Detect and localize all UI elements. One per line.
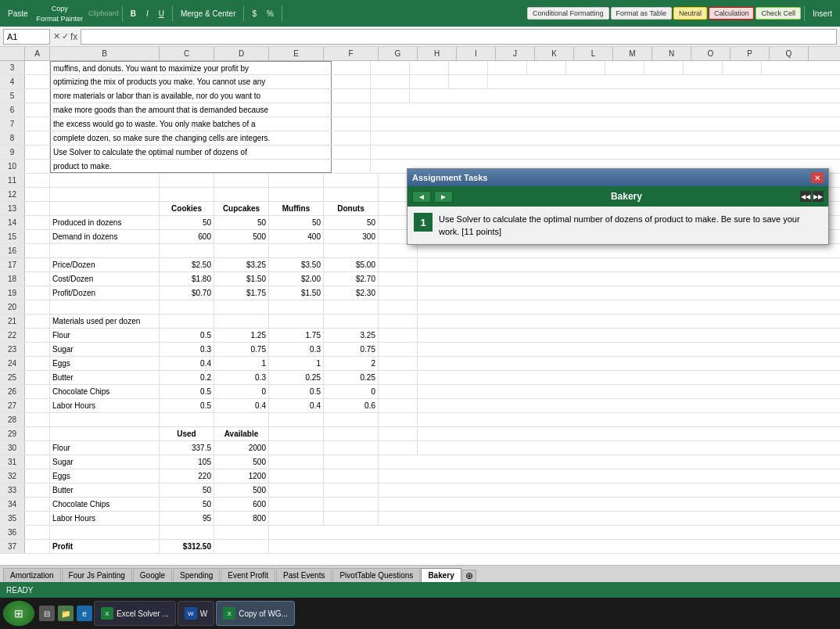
table-row: 18 Cost/Dozen $1.80 $1.50 $2.00 $2.70 bbox=[0, 272, 840, 286]
table-row: 33 Butter 50 500 bbox=[0, 483, 840, 498]
taskbar-word-button[interactable]: W W bbox=[178, 601, 214, 626]
check-cell-style-button[interactable]: Check Cell bbox=[756, 7, 801, 20]
format-painter-button[interactable]: Format Painter bbox=[34, 14, 87, 23]
underline-button[interactable]: U bbox=[154, 8, 169, 20]
col-header-A[interactable]: A bbox=[25, 47, 50, 60]
percent-button[interactable]: % bbox=[262, 8, 278, 20]
table-row: 6 make more goods than the amount that i… bbox=[0, 103, 840, 117]
col-header-B[interactable]: B bbox=[50, 47, 160, 60]
col-header-I[interactable]: I bbox=[457, 47, 496, 60]
dialog-next-button[interactable]: ► bbox=[434, 191, 453, 203]
col-header-F[interactable]: F bbox=[324, 47, 379, 60]
col-header-E[interactable]: E bbox=[269, 47, 324, 60]
table-row: 26 Chocolate Chips 0.5 0 0.5 0 bbox=[0, 385, 840, 399]
table-row: 32 Eggs 220 1200 bbox=[0, 469, 840, 483]
taskbar-copy-wg-label: Copy of WG... bbox=[239, 609, 288, 618]
row-num-header bbox=[0, 47, 25, 60]
taskbar-word-label: W bbox=[200, 609, 207, 618]
sheet-tab-amortization[interactable]: Amortization bbox=[3, 568, 61, 582]
cancel-formula-icon[interactable]: ✕ bbox=[53, 31, 60, 41]
table-row: 27 Labor Hours 0.5 0.4 0.4 0.6 bbox=[0, 399, 840, 413]
col-header-D[interactable]: D bbox=[214, 47, 269, 60]
sheet-tab-google[interactable]: Google bbox=[133, 568, 172, 582]
col-header-J[interactable]: J bbox=[496, 47, 535, 60]
table-row: 17 Price/Dozen $2.50 $3.25 $3.50 $5.00 bbox=[0, 258, 840, 272]
insert-function-icon[interactable]: fx bbox=[70, 31, 77, 42]
ribbon-sep-4 bbox=[282, 5, 282, 21]
sheet-tab-four-js-painting[interactable]: Four Js Painting bbox=[62, 568, 132, 582]
copy-button[interactable]: Copy bbox=[34, 4, 87, 13]
col-header-N[interactable]: N bbox=[652, 47, 691, 60]
excel-app: Paste Copy Format Painter Clipboard B I … bbox=[0, 0, 840, 629]
taskbar-excel-solver-button[interactable]: X Excel Solver ... bbox=[94, 601, 176, 626]
sheet-tabs: Amortization Four Js Painting Google Spe… bbox=[0, 565, 840, 582]
font-group: B I U bbox=[126, 8, 169, 20]
spreadsheet: A B C D E F G H I J K L M N O P Q 3 muff… bbox=[0, 47, 840, 565]
paste-button[interactable]: Paste bbox=[3, 8, 33, 20]
table-row: 34 Chocolate Chips 50 600 bbox=[0, 498, 840, 512]
dialog-close-button[interactable]: ✕ bbox=[811, 172, 824, 183]
dialog-nav-bar: ◄ ► Bakery ◀◀ ▶▶ bbox=[407, 186, 828, 207]
clipboard-label: Clipboard bbox=[88, 9, 119, 17]
table-row: 24 Eggs 0.4 1 1 2 bbox=[0, 357, 840, 371]
table-row: 37 Profit $312.50 bbox=[0, 540, 840, 554]
table-row: 3 muffins, and donuts. You want to maxim… bbox=[0, 61, 840, 75]
formula-input[interactable] bbox=[81, 29, 837, 45]
taskbar-explorer-icon[interactable]: 📁 bbox=[58, 606, 74, 621]
sheet-tab-spending[interactable]: Spending bbox=[173, 568, 220, 582]
format-as-table-button[interactable]: Format as Table bbox=[611, 7, 672, 20]
bold-button[interactable]: B bbox=[126, 8, 141, 20]
sheet-tab-bakery[interactable]: Bakery bbox=[421, 568, 461, 582]
table-row: 22 Flour 0.5 1.25 1.75 3.25 bbox=[0, 329, 840, 343]
col-header-C[interactable]: C bbox=[160, 47, 214, 60]
clipboard-group: Paste Copy Format Painter Clipboard bbox=[3, 4, 119, 23]
ribbon-sep-1 bbox=[122, 5, 123, 21]
col-header-Q[interactable]: Q bbox=[770, 47, 809, 60]
col-header-K[interactable]: K bbox=[535, 47, 574, 60]
italic-button[interactable]: I bbox=[142, 8, 153, 20]
table-row: 29 Used Available bbox=[0, 427, 840, 441]
add-sheet-button[interactable]: ⊕ bbox=[462, 570, 476, 582]
taskbar-copy-wg-icon: X bbox=[223, 607, 235, 620]
sheet-tab-event-profit[interactable]: Event Profit bbox=[221, 568, 275, 582]
dialog-nav-first-button[interactable]: ◀◀ bbox=[800, 191, 811, 202]
conditional-formatting-button[interactable]: Conditional Formatting bbox=[527, 7, 609, 20]
cell-reference-box[interactable]: A1 bbox=[3, 29, 50, 45]
col-header-L[interactable]: L bbox=[574, 47, 613, 60]
calculation-style-button[interactable]: Calculation bbox=[709, 7, 755, 20]
dialog-prev-button[interactable]: ◄ bbox=[412, 191, 431, 203]
merge-center-button[interactable]: Merge & Center bbox=[176, 8, 241, 20]
table-row: 20 bbox=[0, 300, 840, 314]
dialog-nav-last-button[interactable]: ▶▶ bbox=[813, 191, 824, 202]
table-row: 16 bbox=[0, 244, 840, 258]
table-row: 7 the excess would go to waste. You only… bbox=[0, 117, 840, 131]
ribbon-sep-2 bbox=[172, 5, 173, 21]
insert-button[interactable]: Insert bbox=[808, 8, 837, 20]
col-header-G[interactable]: G bbox=[379, 47, 418, 60]
ribbon-sep-5 bbox=[804, 5, 805, 21]
dollar-button[interactable]: $ bbox=[247, 8, 261, 20]
col-header-H[interactable]: H bbox=[418, 47, 457, 60]
rows-area: 3 muffins, and donuts. You want to maxim… bbox=[0, 61, 840, 565]
number-group: $ % bbox=[247, 8, 278, 20]
taskbar: ⊞ ⊟ 📁 e X Excel Solver ... W W X Copy of… bbox=[0, 598, 840, 629]
sheet-tab-past-events[interactable]: Past Events bbox=[276, 568, 332, 582]
col-header-M[interactable]: M bbox=[613, 47, 652, 60]
ribbon-sep-3 bbox=[243, 5, 244, 21]
taskbar-word-icon: W bbox=[185, 607, 197, 620]
neutral-style-button[interactable]: Neutral bbox=[673, 7, 707, 20]
ready-status: READY bbox=[6, 586, 33, 595]
start-button[interactable]: ⊞ bbox=[3, 601, 34, 626]
confirm-formula-icon[interactable]: ✓ bbox=[62, 31, 69, 41]
sheet-tab-pivottable-questions[interactable]: PivotTable Questions bbox=[332, 568, 420, 582]
taskbar-ie-icon[interactable]: e bbox=[77, 606, 92, 621]
taskbar-show-desktop-icon[interactable]: ⊟ bbox=[39, 606, 55, 621]
table-row: 35 Labor Hours 95 800 bbox=[0, 512, 840, 526]
col-header-O[interactable]: O bbox=[691, 47, 731, 60]
dialog-sheet-name: Bakery bbox=[456, 191, 797, 202]
col-header-P[interactable]: P bbox=[731, 47, 770, 60]
taskbar-copy-wg-button[interactable]: X Copy of WG... bbox=[216, 601, 295, 626]
table-row: 9 Use Solver to calculate the optimal nu… bbox=[0, 146, 840, 160]
styles-group: Conditional Formatting Format as Table N… bbox=[527, 5, 837, 21]
table-row: 31 Sugar 105 500 bbox=[0, 455, 840, 469]
